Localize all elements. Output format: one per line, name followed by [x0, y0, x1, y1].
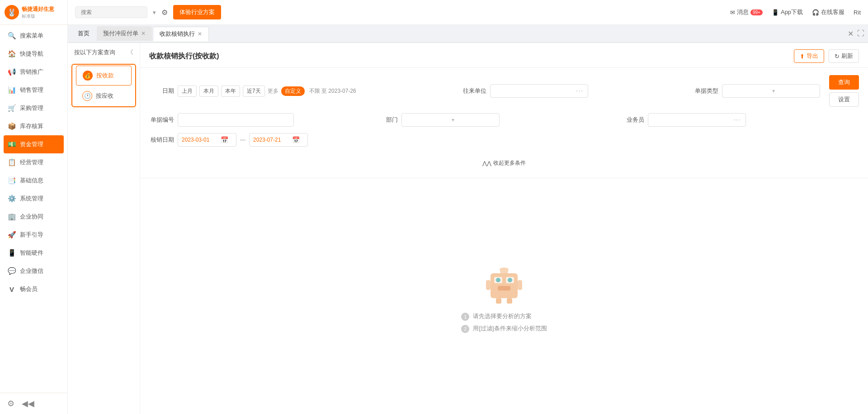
- sidebar-item-sales[interactable]: 📊 销售管理: [0, 81, 67, 99]
- sidebar-item-system[interactable]: ⚙️ 系统管理: [0, 190, 67, 208]
- tab-prepay-close[interactable]: ✕: [141, 30, 146, 37]
- date-btn-this-month[interactable]: 本月: [199, 86, 218, 97]
- employee-dots[interactable]: ···: [734, 116, 741, 124]
- tab-prepay[interactable]: 预付冲应付单 ✕: [97, 26, 152, 41]
- user-profile[interactable]: Rit: [854, 9, 861, 16]
- member-icon: V: [7, 285, 16, 294]
- purchase-icon: 🛒: [7, 104, 16, 113]
- doc-number-label: 单据编号: [149, 116, 174, 124]
- sidebar-item-finance[interactable]: 💵 资金管理: [4, 135, 64, 153]
- filter-row-2: 单据编号 部门 ▾ 业务员: [149, 113, 859, 127]
- page-area: 按以下方案查询 《 💰 按收款 🕐 按应收 收款核销执行(按收款): [68, 43, 868, 414]
- sidebar-label-search-menu: 搜索菜单: [20, 32, 43, 40]
- sidebar-label-enterprise: 企业协同: [20, 213, 43, 221]
- filter-by-receivable[interactable]: 🕐 按应收: [76, 86, 132, 105]
- filter-receipt-label: 按收款: [96, 71, 114, 80]
- verify-date-end-input[interactable]: [253, 137, 289, 143]
- sidebar-item-marketing[interactable]: 📢 营销推广: [0, 63, 67, 81]
- settings-gear-icon[interactable]: ⚙: [7, 399, 14, 409]
- topbar-dropdown-arrow[interactable]: ▾: [153, 9, 156, 16]
- sidebar-item-guide[interactable]: 🚀 新手引导: [0, 226, 67, 244]
- collapse-more-btn[interactable]: ⋀⋀ 收起更多条件: [482, 156, 526, 171]
- sidebar-item-basic-info[interactable]: 📑 基础信息: [0, 171, 67, 190]
- logo-text-wrap: 畅捷通好生意 标准版: [22, 5, 54, 19]
- refresh-button[interactable]: ↻ 刷新: [829, 49, 859, 63]
- sidebar-item-wechat[interactable]: 💬 企业微信: [0, 262, 67, 280]
- doc-type-field: 单据类型 ▾: [693, 84, 820, 98]
- solution-button[interactable]: 体验行业方案: [173, 5, 221, 19]
- doc-type-label: 单据类型: [693, 87, 718, 95]
- topbar-search-input[interactable]: [75, 6, 147, 18]
- tab-receipt-close[interactable]: ✕: [198, 31, 202, 37]
- date-btn-last-month[interactable]: 上月: [178, 86, 197, 97]
- filter-sidebar-collapse-btn[interactable]: 《: [127, 48, 133, 57]
- tab-home[interactable]: 首页: [71, 26, 96, 41]
- marketing-icon: 📢: [7, 67, 16, 76]
- query-button[interactable]: 查询: [829, 75, 859, 90]
- filter-sidebar-title: 按以下方案查询: [74, 48, 115, 57]
- topbar: ▾ ⚙ 体验行业方案 ✉ 消息 99+ 📱 App下载 🎧 在线客服 Rit: [68, 0, 868, 25]
- verify-date-start-wrap[interactable]: 📅: [178, 133, 236, 147]
- hardware-icon: 📱: [7, 248, 16, 257]
- sidebar-label-finance: 资金管理: [20, 140, 43, 148]
- headset-icon: 🎧: [812, 9, 819, 16]
- sidebar-item-hardware[interactable]: 📱 智能硬件: [0, 244, 67, 262]
- verify-date-end-wrap[interactable]: 📅: [249, 133, 308, 147]
- employee-input-wrap[interactable]: ···: [648, 113, 746, 127]
- collapse-row: ⋀⋀ 收起更多条件: [149, 153, 859, 171]
- sidebar-label-sales: 销售管理: [20, 86, 43, 94]
- date-btn-this-year[interactable]: 本年: [221, 86, 240, 97]
- topbar-gear-icon[interactable]: ⚙: [161, 8, 168, 17]
- date-btn-7days[interactable]: 近7天: [243, 86, 265, 97]
- receivable-icon-circle: 🕐: [82, 91, 92, 101]
- logo-sub-text: 标准版: [22, 13, 54, 19]
- export-label: 导出: [807, 52, 818, 60]
- verify-date-start-input[interactable]: [182, 137, 218, 143]
- verify-date-end-calendar[interactable]: 📅: [292, 136, 300, 143]
- step-1-num: 1: [461, 313, 469, 321]
- date-custom-btn[interactable]: 自定义: [281, 86, 305, 96]
- tab-receipt[interactable]: 收款核销执行 ✕: [153, 27, 209, 41]
- nav-menu: 🔍 搜索菜单 🏠 快捷导航 📢 营销推广 📊 销售管理 🛒 采购管理 📦 库存核…: [0, 25, 67, 393]
- setting-button[interactable]: 设置: [829, 92, 859, 107]
- doc-number-field: 单据编号: [149, 113, 294, 127]
- main-area: ▾ ⚙ 体验行业方案 ✉ 消息 99+ 📱 App下载 🎧 在线客服 Rit: [68, 0, 868, 414]
- sidebar-label-marketing: 营销推广: [20, 68, 43, 76]
- maximize-btn[interactable]: ⛶: [857, 29, 864, 38]
- query-setting-btns: 查询 设置: [829, 75, 859, 107]
- app-download-button[interactable]: 📱 App下载: [772, 8, 803, 16]
- filter-row-3: 核销日期 📅 — 📅: [149, 133, 859, 147]
- sidebar-item-member[interactable]: V 畅会员: [0, 280, 67, 298]
- export-button[interactable]: ⬆ 导出: [794, 49, 824, 63]
- search-menu-icon: 🔍: [7, 31, 16, 40]
- enterprise-icon: 🏢: [7, 212, 16, 221]
- message-button[interactable]: ✉ 消息 99+: [730, 8, 763, 16]
- employee-field: 业务员 ···: [619, 113, 746, 127]
- svg-point-9: [508, 278, 512, 282]
- service-label: 在线客服: [821, 8, 844, 16]
- sidebar-item-inventory[interactable]: 📦 库存核算: [0, 117, 67, 135]
- sidebar-item-enterprise[interactable]: 🏢 企业协同: [0, 208, 67, 226]
- doc-number-input[interactable]: [178, 113, 294, 127]
- sidebar-label-wechat: 企业微信: [20, 267, 43, 275]
- doc-type-select[interactable]: ▾: [722, 84, 820, 98]
- quick-nav-icon: 🏠: [7, 49, 16, 58]
- online-service-button[interactable]: 🎧 在线客服: [812, 8, 844, 16]
- counterpart-label: 往来单位: [462, 87, 486, 95]
- sidebar-item-purchase[interactable]: 🛒 采购管理: [0, 99, 67, 117]
- collapse-sidebar-icon[interactable]: ◀◀: [22, 399, 34, 409]
- sidebar-item-operations[interactable]: 📋 经营管理: [0, 153, 67, 171]
- tab-receipt-label: 收款核销执行: [160, 30, 195, 38]
- collapse-label: 收起更多条件: [493, 159, 526, 167]
- filter-by-receipt[interactable]: 💰 按收款: [76, 66, 132, 86]
- department-select[interactable]: ▾: [401, 113, 500, 127]
- counterpart-dots[interactable]: ···: [576, 87, 583, 95]
- sidebar-item-quick-nav[interactable]: 🏠 快捷导航: [0, 45, 67, 63]
- department-label: 部门: [373, 116, 398, 124]
- empty-hint-1-row: 1 请先选择要分析的方案: [461, 312, 547, 321]
- sidebar-item-search-menu[interactable]: 🔍 搜索菜单: [0, 27, 67, 45]
- counterpart-input-wrap[interactable]: ···: [490, 84, 588, 98]
- close-tab-btn[interactable]: ✕: [848, 29, 854, 38]
- verify-date-start-calendar[interactable]: 📅: [221, 136, 228, 143]
- date-more-label[interactable]: 更多: [268, 87, 278, 95]
